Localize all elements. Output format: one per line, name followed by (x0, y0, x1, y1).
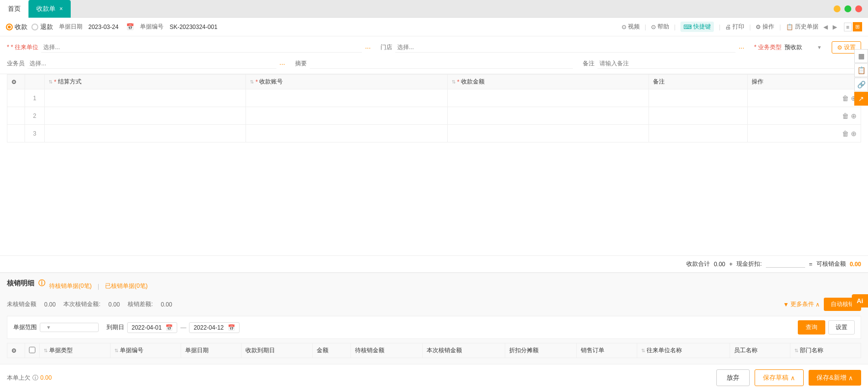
nav-next-icon[interactable]: ▶ (833, 24, 837, 30)
sort-icon-account[interactable]: ⇅ (250, 79, 254, 84)
abandon-button[interactable]: 放弃 (716, 369, 750, 386)
tab-close-icon[interactable]: × (59, 5, 63, 12)
verify-tabs: 待核销单据(0笔) | 已核销单据(0笔) (49, 282, 148, 290)
sort-counterpart[interactable]: ⇅ (641, 348, 645, 353)
staff-input[interactable] (27, 58, 276, 69)
sidebar-table-icon[interactable]: ▦ (854, 49, 868, 63)
bill-date-calendar-icon[interactable]: 📅 (126, 23, 134, 30)
cell-settle-2[interactable] (45, 107, 246, 125)
sort-dept[interactable]: ⇅ (794, 348, 798, 353)
store-input[interactable] (395, 42, 735, 53)
action-ops[interactable]: ⚙ 操作 (756, 23, 774, 31)
business-type-chevron-icon[interactable]: ▼ (817, 45, 822, 50)
staff-field: 业务员 ··· (7, 58, 285, 69)
sidebar-expand-icon[interactable]: ↗ (854, 92, 868, 106)
bottom-table-header-row: ⚙ ⇅ 单据类型 ⇅ 单据编号 (7, 343, 861, 358)
verify-tab-completed[interactable]: 已核销单据(0笔) (105, 282, 148, 290)
filter-range-label: 单据范围 (13, 323, 37, 332)
cell-account-3[interactable] (246, 125, 447, 142)
nav-prev-icon[interactable]: ◀ (823, 24, 828, 30)
cell-amount-1[interactable] (447, 89, 649, 107)
window-minimize-button[interactable] (834, 5, 841, 12)
cell-remark-2[interactable] (649, 107, 748, 125)
action-print[interactable]: 🖨 打印 (725, 23, 744, 31)
store-field: 门店 ··· (380, 42, 744, 53)
cell-settle-1[interactable] (45, 89, 246, 107)
bt-col-amount-label: 金额 (317, 347, 328, 354)
delete-row-3-icon[interactable]: 🗑 (842, 130, 849, 138)
bottom-table: ⚙ ⇅ 单据类型 ⇅ 单据编号 (7, 343, 861, 358)
counterpart-more-icon[interactable]: ··· (365, 44, 371, 52)
col-remark: 备注 (649, 75, 748, 89)
view-grid-btn[interactable]: ⊞ (853, 22, 862, 31)
bt-col-counterpart: ⇅ 往来单位名称 (637, 343, 730, 358)
action-help[interactable]: ⊙ 帮助 (651, 23, 669, 31)
cell-amount-3[interactable] (447, 125, 649, 142)
bill-no-value: SK-20230324-001 (169, 24, 217, 30)
separator-3: | (719, 24, 720, 30)
counterpart-input[interactable] (41, 42, 362, 53)
radio-refund[interactable]: 退款 (31, 23, 53, 31)
view-list-btn[interactable]: ≡ (844, 23, 852, 31)
cash-discount-input[interactable] (766, 260, 805, 268)
filter-range-select[interactable]: ▼ (40, 323, 99, 332)
cell-settle-3[interactable] (45, 125, 246, 142)
bt-col-counterpart-label: 往来单位名称 (647, 346, 682, 355)
calendar-end-icon[interactable]: 📅 (228, 324, 235, 331)
copy-row-3-icon[interactable]: ⊕ (851, 130, 857, 138)
filter-range-field: 单据范围 ▼ (13, 323, 99, 332)
tab-home[interactable]: 首页 (0, 0, 28, 18)
action-shortcut[interactable]: ⌨ 快捷键 (680, 22, 714, 32)
sort-icon-settle[interactable]: ⇅ (49, 79, 53, 84)
cell-remark-3[interactable] (649, 125, 748, 142)
window-maximize-button[interactable] (844, 5, 851, 12)
bt-col-checkbox[interactable] (25, 343, 40, 358)
cell-amount-2[interactable] (447, 107, 649, 125)
sort-bill-type[interactable]: ⇅ (44, 348, 48, 353)
bill-date-label: 单据日期 (59, 23, 82, 31)
verification-section: 核销明细 ⓘ 待核销单据(0笔) | 已核销单据(0笔) 未核销金额 0.00 … (0, 272, 868, 364)
separator-5: | (779, 24, 781, 30)
delete-row-1-icon[interactable]: 🗑 (842, 94, 849, 102)
bt-col-sales-order-label: 销售订单 (581, 347, 604, 354)
sort-bill-no[interactable]: ⇅ (114, 348, 118, 353)
action-video[interactable]: ⊙ 视频 (622, 23, 640, 31)
verify-info-icon[interactable]: ⓘ (38, 279, 45, 288)
ai-badge[interactable]: Ai (852, 294, 868, 307)
delete-row-2-icon[interactable]: 🗑 (842, 112, 849, 120)
summary-input[interactable] (310, 58, 573, 69)
remark-label: 备注 (583, 59, 595, 68)
filter-date-end-input[interactable]: 2022-04-12 📅 (189, 322, 239, 333)
query-button[interactable]: 查询 (798, 320, 825, 335)
cell-remark-1[interactable] (649, 89, 748, 107)
footer-info-icon[interactable]: ⓘ (32, 374, 38, 382)
remark-input[interactable] (597, 58, 861, 69)
cell-rownum-1: 1 (25, 89, 45, 107)
bt-col-dept-label: 部门名称 (800, 346, 823, 355)
sort-icon-amount[interactable]: ⇅ (452, 79, 456, 84)
staff-more-icon[interactable]: ··· (279, 60, 285, 68)
filter-date-start-input[interactable]: 2022-04-01 📅 (127, 322, 177, 333)
calendar-start-icon[interactable]: 📅 (165, 324, 173, 331)
save-draft-button[interactable]: 保存草稿 ∧ (755, 369, 804, 386)
copy-row-2-icon[interactable]: ⊕ (851, 112, 857, 120)
save-new-button[interactable]: 保存&新增 ∧ (809, 370, 861, 386)
cell-account-2[interactable] (246, 107, 447, 125)
sidebar-link-icon[interactable]: 🔗 (854, 78, 868, 91)
cell-account-1[interactable] (246, 89, 447, 107)
radio-receipt[interactable]: 收款 (6, 23, 27, 31)
save-draft-label: 保存草稿 (763, 373, 788, 382)
tab-receipt[interactable]: 收款单 × (28, 0, 71, 18)
table-row: 2 🗑 ⊕ (7, 107, 861, 125)
filter-date-field: 到期日 2022-04-01 📅 — 2022-04-12 📅 (107, 322, 240, 333)
more-conditions-button[interactable]: ▼ 更多条件 ∧ (783, 300, 820, 308)
window-close-button[interactable] (855, 5, 862, 12)
col-settings[interactable]: ⚙ (7, 75, 25, 89)
filter-settings-button[interactable]: 设置 (828, 320, 855, 335)
verify-tab-pending[interactable]: 待核销单据(0笔) (49, 282, 92, 290)
sidebar-doc-icon[interactable]: 📋 (854, 63, 868, 77)
bt-col-settings[interactable]: ⚙ (7, 343, 25, 358)
store-more-icon[interactable]: ··· (738, 44, 744, 52)
action-history[interactable]: 📋 历史单据 (786, 23, 818, 31)
select-all-checkbox[interactable] (29, 347, 35, 353)
